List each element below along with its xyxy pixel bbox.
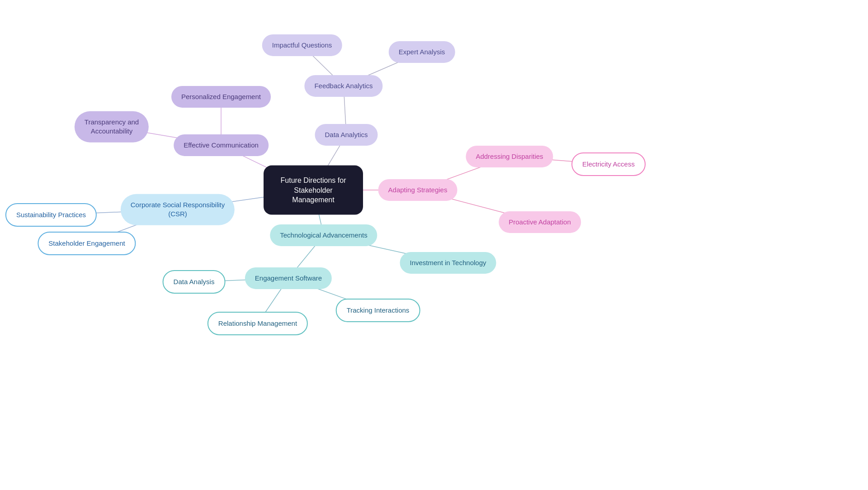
node-label-transparency_accountability: Transparency and Accountability (85, 118, 139, 136)
node-label-relationship_management: Relationship Management (218, 319, 297, 328)
node-proactive_adaptation: Proactive Adaptation (499, 211, 581, 233)
node-adapting_strategies: Adapting Strategies (378, 179, 458, 201)
node-effective_communication: Effective Communication (174, 134, 269, 156)
node-data_analysis: Data Analysis (163, 270, 226, 294)
node-label-sustainability_practices: Sustainability Practices (16, 210, 86, 219)
node-label-electricity_access: Electricity Access (582, 160, 635, 169)
node-center: Future Directions for Stakeholder Manage… (264, 166, 363, 215)
node-label-personalized_engagement: Personalized Engagement (181, 92, 261, 101)
node-transparency_accountability: Transparency and Accountability (75, 111, 149, 143)
node-label-data_analysis: Data Analysis (174, 277, 215, 286)
node-label-impactful_questions: Impactful Questions (272, 41, 332, 50)
node-impactful_questions: Impactful Questions (262, 34, 342, 56)
node-expert_analysis: Expert Analysis (389, 41, 455, 63)
node-label-expert_analysis: Expert Analysis (399, 48, 445, 57)
node-label-center: Future Directions for Stakeholder Manage… (280, 176, 347, 205)
node-label-data_analytics: Data Analytics (325, 130, 368, 139)
node-engagement_software: Engagement Software (245, 267, 332, 289)
node-label-stakeholder_engagement: Stakeholder Engagement (48, 239, 125, 248)
node-investment_in_technology: Investment in Technology (400, 252, 496, 274)
node-sustainability_practices: Sustainability Practices (5, 203, 97, 227)
node-technological_advancements: Technological Advancements (270, 224, 377, 246)
node-label-technological_advancements: Technological Advancements (280, 231, 367, 240)
node-electricity_access: Electricity Access (571, 152, 646, 176)
node-relationship_management: Relationship Management (208, 312, 308, 335)
node-label-adapting_strategies: Adapting Strategies (388, 186, 448, 195)
node-personalized_engagement: Personalized Engagement (171, 86, 271, 108)
node-addressing_disparities: Addressing Disparities (466, 146, 553, 167)
node-stakeholder_engagement: Stakeholder Engagement (38, 232, 136, 255)
node-label-engagement_software: Engagement Software (255, 274, 322, 283)
node-corporate_social_responsibility: Corporate Social Responsibility (CSR) (121, 194, 235, 225)
node-label-effective_communication: Effective Communication (184, 141, 259, 150)
node-label-tracking_interactions: Tracking Interactions (347, 306, 410, 315)
node-tracking_interactions: Tracking Interactions (336, 299, 420, 322)
node-label-corporate_social_responsibility: Corporate Social Responsibility (CSR) (131, 200, 225, 219)
node-label-addressing_disparities: Addressing Disparities (476, 152, 543, 161)
node-label-proactive_adaptation: Proactive Adaptation (509, 218, 571, 227)
node-feedback_analytics: Feedback Analytics (304, 75, 382, 97)
node-label-investment_in_technology: Investment in Technology (410, 258, 486, 267)
node-label-feedback_analytics: Feedback Analytics (314, 81, 373, 90)
node-data_analytics: Data Analytics (315, 124, 377, 146)
